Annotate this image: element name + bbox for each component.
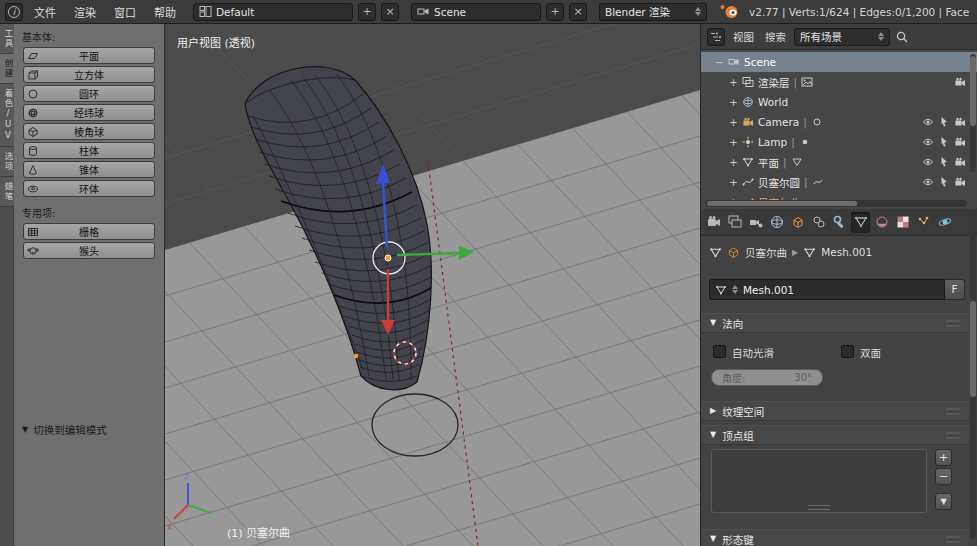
list-resize-grip[interactable] — [808, 505, 830, 510]
restrict-render-icon[interactable] — [954, 176, 966, 188]
eye-icon[interactable] — [922, 136, 934, 148]
add-ico-sphere-button[interactable]: 棱角球 — [23, 123, 155, 140]
tab-data[interactable] — [851, 212, 870, 233]
outliner-row-world[interactable]: + World — [701, 92, 977, 112]
add-grid-button[interactable]: 栅格 — [23, 223, 155, 240]
screen-layout-selector[interactable]: Default — [193, 3, 353, 21]
eye-icon[interactable] — [922, 176, 934, 188]
menu-help[interactable]: 帮助 — [147, 1, 183, 23]
add-torus-button[interactable]: 环体 — [23, 180, 155, 197]
add-monkey-button[interactable]: 猴头 — [23, 242, 155, 259]
vertex-group-specials-button[interactable]: ▼ — [935, 493, 952, 510]
scrollbar-thumb[interactable] — [970, 56, 976, 126]
add-scene-button[interactable]: + — [546, 3, 564, 21]
eye-icon[interactable] — [922, 156, 934, 168]
panel-drag-grip[interactable] — [946, 320, 960, 327]
tab-texture[interactable] — [893, 212, 912, 233]
double-sided-checkbox[interactable] — [841, 345, 854, 358]
scrollbar-thumb[interactable] — [707, 201, 857, 206]
panel-header-normals[interactable]: ▼ 法向 — [701, 313, 969, 333]
cursor-select-icon[interactable] — [938, 136, 950, 148]
delete-scene-button[interactable]: × — [569, 3, 587, 21]
toolshelf-tabstrip: 工具 创建 着色/UV 选项 蜡笔 — [0, 24, 14, 546]
panel-header-texture-space[interactable]: ▶ 纹理空间 — [701, 401, 969, 421]
outliner-row-lamp[interactable]: + Lamp | — [701, 132, 977, 152]
expander-icon[interactable]: + — [729, 117, 738, 128]
tab-render[interactable] — [704, 212, 723, 233]
tab-particles[interactable] — [914, 212, 933, 233]
delete-layout-button[interactable]: × — [381, 3, 399, 21]
cursor-select-icon[interactable] — [938, 156, 950, 168]
add-vertex-group-button[interactable]: + — [935, 449, 952, 466]
fake-user-button[interactable]: F — [945, 279, 965, 300]
expander-icon[interactable]: − — [715, 57, 724, 68]
breadcrumb-data-name[interactable]: Mesh.001 — [821, 246, 872, 258]
restrict-render-icon[interactable] — [954, 116, 966, 128]
scrollbar-thumb[interactable] — [970, 301, 976, 397]
scene-selector[interactable]: Scene — [411, 3, 541, 21]
add-circle-button[interactable]: 圆环 — [23, 85, 155, 102]
add-uv-sphere-button[interactable]: 经纬球 — [23, 104, 155, 121]
expander-icon[interactable]: + — [729, 77, 738, 88]
outliner-row-render-layers[interactable]: + 渲染层 | — [701, 72, 977, 92]
auto-smooth-checkbox[interactable] — [713, 345, 726, 358]
outliner-menu-view[interactable]: 视图 — [730, 29, 757, 44]
add-cube-button[interactable]: 立方体 — [23, 66, 155, 83]
menu-file[interactable]: 文件 — [27, 1, 63, 23]
outliner-display-mode-dropdown[interactable]: 所有场景 — [794, 28, 890, 46]
toggle-edit-mode[interactable]: ▼ 切换到编辑模式 — [22, 422, 107, 437]
menu-window[interactable]: 窗口 — [107, 1, 143, 23]
info-editor-icon[interactable]: i — [5, 3, 23, 21]
outliner-row-scene[interactable]: − Scene — [701, 52, 977, 72]
tab-object[interactable] — [788, 212, 807, 233]
search-icon[interactable] — [895, 30, 909, 44]
toolshelf-tab-tools[interactable]: 工具 — [0, 24, 14, 54]
viewport-3d[interactable]: z x 用户视图 (透视) (1) 贝塞尔曲 — [165, 24, 700, 546]
toolshelf-tab-options[interactable]: 选项 — [0, 147, 14, 177]
outliner-row-plane[interactable]: + 平面 | — [701, 152, 977, 172]
tab-physics[interactable] — [935, 212, 954, 233]
restrict-render-icon[interactable] — [954, 156, 966, 168]
panel-drag-grip[interactable] — [946, 408, 960, 415]
outliner-row-bezier-circle[interactable]: + 贝塞尔圆 | — [701, 172, 977, 192]
panel-header-vertex-groups[interactable]: ▼ 顶点组 — [701, 425, 969, 445]
expander-icon[interactable]: + — [729, 137, 738, 148]
vertex-groups-list[interactable] — [711, 449, 927, 513]
toolshelf-tab-create[interactable]: 创建 — [0, 54, 14, 84]
breadcrumb-object-name[interactable]: 贝塞尔曲 — [745, 245, 787, 260]
expander-icon[interactable]: + — [729, 97, 738, 108]
add-layout-button[interactable]: + — [358, 3, 376, 21]
expander-icon[interactable]: + — [729, 157, 738, 168]
datablock-browse-icon[interactable] — [732, 285, 738, 294]
outliner-row-camera[interactable]: + Camera | — [701, 112, 977, 132]
toolshelf-tab-grease-pencil[interactable]: 蜡笔 — [0, 177, 14, 207]
properties-vertical-scrollbar[interactable] — [970, 213, 976, 539]
tab-scene[interactable] — [746, 212, 765, 233]
menu-render[interactable]: 渲染 — [67, 1, 103, 23]
toolshelf-tab-shading-uv[interactable]: 着色/UV — [0, 84, 14, 147]
outliner-editor-type-icon[interactable] — [707, 28, 725, 46]
tab-constraints[interactable] — [809, 212, 828, 233]
eye-icon[interactable] — [922, 116, 934, 128]
render-engine-dropdown[interactable]: Blender 渲染 — [599, 3, 707, 21]
tab-render-layers[interactable] — [725, 212, 744, 233]
mesh-name-field[interactable]: Mesh.001 — [709, 279, 945, 300]
restrict-render-icon[interactable] — [954, 136, 966, 148]
tab-material[interactable] — [872, 212, 891, 233]
expander-icon[interactable]: + — [729, 177, 738, 188]
remove-vertex-group-button[interactable]: − — [935, 468, 952, 485]
panel-drag-grip[interactable] — [946, 536, 960, 543]
restrict-render-icon[interactable] — [954, 76, 966, 88]
outliner-menu-search[interactable]: 搜索 — [762, 29, 789, 44]
tab-modifiers[interactable] — [830, 212, 849, 233]
panel-header-shape-keys[interactable]: ▼ 形态键 — [701, 529, 969, 546]
cursor-select-icon[interactable] — [938, 176, 950, 188]
outliner-horizontal-scrollbar[interactable] — [705, 200, 967, 207]
add-cone-button[interactable]: 锥体 — [23, 161, 155, 178]
add-cylinder-button[interactable]: 柱体 — [23, 142, 155, 159]
add-plane-button[interactable]: 平面 — [23, 47, 155, 64]
outliner-vertical-scrollbar[interactable] — [970, 54, 976, 172]
cursor-select-icon[interactable] — [938, 116, 950, 128]
tab-world[interactable] — [767, 212, 786, 233]
panel-drag-grip[interactable] — [946, 432, 960, 439]
